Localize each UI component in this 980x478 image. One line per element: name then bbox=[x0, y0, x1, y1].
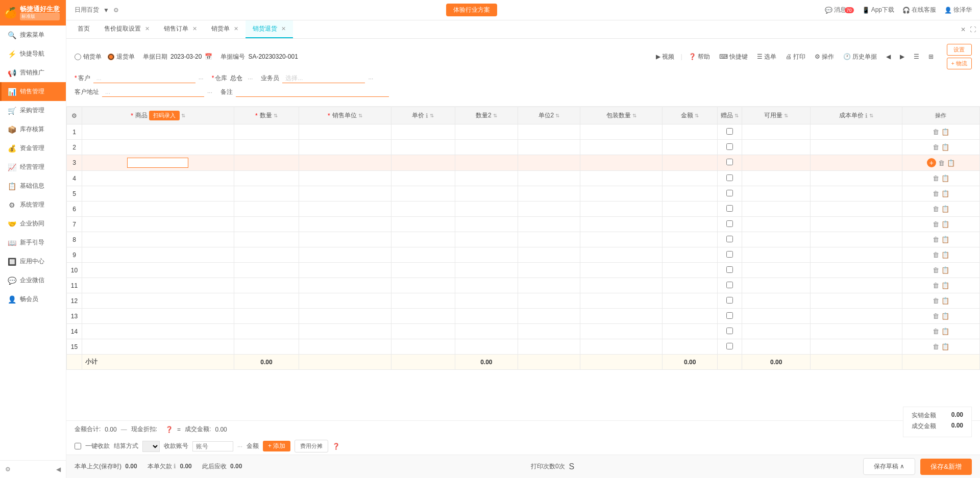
sidebar-item-system[interactable]: ⚙ 系统管理 bbox=[0, 195, 66, 214]
row-gift-4[interactable] bbox=[717, 171, 742, 186]
sidebar-item-enterprise[interactable]: 🤝 企业协同 bbox=[0, 214, 66, 233]
save-draft-btn[interactable]: 保存草稿 ∧ bbox=[863, 458, 916, 475]
download-area[interactable]: 📱 App下载 bbox=[862, 6, 894, 14]
row-gift-10[interactable] bbox=[717, 263, 742, 278]
row-unit2-9[interactable] bbox=[518, 247, 580, 263]
row-cost-6[interactable] bbox=[811, 202, 902, 217]
row-unit2-14[interactable] bbox=[518, 324, 580, 339]
row-price-13[interactable] bbox=[391, 309, 455, 324]
row-qty-4[interactable] bbox=[234, 171, 299, 186]
row-gift-9[interactable] bbox=[717, 247, 742, 263]
row-unit-15[interactable] bbox=[299, 339, 391, 355]
row-gift-11[interactable] bbox=[717, 278, 742, 293]
row-cost-10[interactable] bbox=[811, 263, 902, 278]
row-unit2-1[interactable] bbox=[518, 124, 580, 140]
action-video[interactable]: ▶ 视频 bbox=[653, 52, 677, 62]
row-price-8[interactable] bbox=[391, 232, 455, 247]
delete-row-btn-6[interactable]: 🗑 bbox=[933, 205, 939, 213]
delete-row-btn-11[interactable]: 🗑 bbox=[933, 282, 939, 289]
tab-首页[interactable]: 首页 bbox=[70, 20, 97, 38]
row-gift-6[interactable] bbox=[717, 202, 742, 217]
row-qty2-3[interactable] bbox=[455, 155, 518, 171]
address-more-icon[interactable]: ··· bbox=[207, 89, 212, 96]
packqty-sort-icon[interactable]: ⇅ bbox=[632, 113, 636, 118]
row-gift-12[interactable] bbox=[717, 293, 742, 309]
row-qty-8[interactable] bbox=[234, 232, 299, 247]
row-price-3[interactable] bbox=[391, 155, 455, 171]
product-sort-icon[interactable]: ⇅ bbox=[181, 113, 185, 118]
radio-sales[interactable]: 销货单 bbox=[75, 53, 102, 61]
row-available-4[interactable] bbox=[742, 171, 810, 186]
copy-row-btn-8[interactable]: 📋 bbox=[941, 236, 949, 243]
salesperson-more-icon[interactable]: ··· bbox=[368, 75, 373, 82]
row-qty2-10[interactable] bbox=[455, 263, 518, 278]
row-unit2-7[interactable] bbox=[518, 217, 580, 232]
sidebar-item-shortcut[interactable]: ⚡ 快捷导航 bbox=[0, 44, 66, 63]
sidebar-item-operation[interactable]: 📈 经营管理 bbox=[0, 158, 66, 177]
row-product-13[interactable] bbox=[82, 309, 234, 324]
price-info-icon[interactable]: ℹ bbox=[426, 112, 428, 119]
copy-row-btn-13[interactable]: 📋 bbox=[941, 312, 949, 320]
copy-row-btn-6[interactable]: 📋 bbox=[941, 205, 949, 213]
customer-more-icon[interactable]: ··· bbox=[199, 75, 204, 82]
settings-btn[interactable]: 设置 bbox=[947, 44, 972, 56]
row-available-2[interactable] bbox=[742, 140, 810, 155]
action-shortcut[interactable]: ⌨ 快捷键 bbox=[716, 52, 751, 62]
row-product-5[interactable] bbox=[82, 186, 234, 202]
row-cost-15[interactable] bbox=[811, 339, 902, 355]
row-unit2-5[interactable] bbox=[518, 186, 580, 202]
row-qty-12[interactable] bbox=[234, 293, 299, 309]
delete-row-btn-15[interactable]: 🗑 bbox=[933, 343, 939, 350]
row-amount-11[interactable] bbox=[663, 278, 718, 293]
avail-sort-icon[interactable]: ⇅ bbox=[784, 113, 788, 118]
delete-row-btn-14[interactable]: 🗑 bbox=[933, 328, 939, 335]
row-packqty-14[interactable] bbox=[580, 324, 663, 339]
row-product-4[interactable] bbox=[82, 171, 234, 186]
topbar-settings-icon[interactable]: ⚙ bbox=[113, 7, 119, 14]
row-available-8[interactable] bbox=[742, 232, 810, 247]
row-unit-14[interactable] bbox=[299, 324, 391, 339]
row-qty-5[interactable] bbox=[234, 186, 299, 202]
tab-maximize-icon[interactable]: ⛶ bbox=[970, 26, 976, 33]
row-qty2-4[interactable] bbox=[455, 171, 518, 186]
row-qty2-12[interactable] bbox=[455, 293, 518, 309]
row-product-12[interactable] bbox=[82, 293, 234, 309]
account-more-icon[interactable]: ··· bbox=[237, 443, 242, 450]
list-view-icon[interactable]: ☰ bbox=[911, 52, 922, 61]
row-cost-3[interactable] bbox=[811, 155, 902, 171]
row-qty-10[interactable] bbox=[234, 263, 299, 278]
row-qty2-15[interactable] bbox=[455, 339, 518, 355]
qty2-sort-icon[interactable]: ⇅ bbox=[493, 113, 497, 118]
row-amount-8[interactable] bbox=[663, 232, 718, 247]
row-unit-3[interactable] bbox=[299, 155, 391, 171]
row-product-9[interactable] bbox=[82, 247, 234, 263]
row-unit2-15[interactable] bbox=[518, 339, 580, 355]
row-unit2-10[interactable] bbox=[518, 263, 580, 278]
row-available-1[interactable] bbox=[742, 124, 810, 140]
cost-sort-icon[interactable]: ⇅ bbox=[869, 113, 873, 118]
row-amount-3[interactable] bbox=[663, 155, 718, 171]
delete-row-btn-13[interactable]: 🗑 bbox=[933, 312, 939, 320]
delete-row-btn-8[interactable]: 🗑 bbox=[933, 236, 939, 243]
doc-debt-info[interactable]: ℹ bbox=[174, 463, 176, 470]
row-unit2-6[interactable] bbox=[518, 202, 580, 217]
row-unit2-12[interactable] bbox=[518, 293, 580, 309]
action-print[interactable]: 🖨 打印 bbox=[782, 52, 808, 62]
row-unit2-8[interactable] bbox=[518, 232, 580, 247]
row-packqty-3[interactable] bbox=[580, 155, 663, 171]
question-icon[interactable]: ❓ bbox=[165, 426, 173, 433]
row-unit-2[interactable] bbox=[299, 140, 391, 155]
row-cost-8[interactable] bbox=[811, 232, 902, 247]
copy-row-btn-4[interactable]: 📋 bbox=[941, 174, 949, 182]
row-qty-9[interactable] bbox=[234, 247, 299, 263]
row-price-12[interactable] bbox=[391, 293, 455, 309]
delete-row-btn-1[interactable]: 🗑 bbox=[933, 128, 939, 136]
row-qty2-13[interactable] bbox=[455, 309, 518, 324]
copy-row-btn-14[interactable]: 📋 bbox=[941, 328, 949, 335]
sidebar-settings-icon[interactable]: ⚙ bbox=[5, 466, 11, 473]
sidebar-item-purchase[interactable]: 🛒 采购管理 bbox=[0, 101, 66, 120]
product-input[interactable] bbox=[127, 158, 188, 168]
row-product-8[interactable] bbox=[82, 232, 234, 247]
row-gift-15[interactable] bbox=[717, 339, 742, 355]
one-click-payment-checkbox[interactable] bbox=[75, 443, 81, 449]
